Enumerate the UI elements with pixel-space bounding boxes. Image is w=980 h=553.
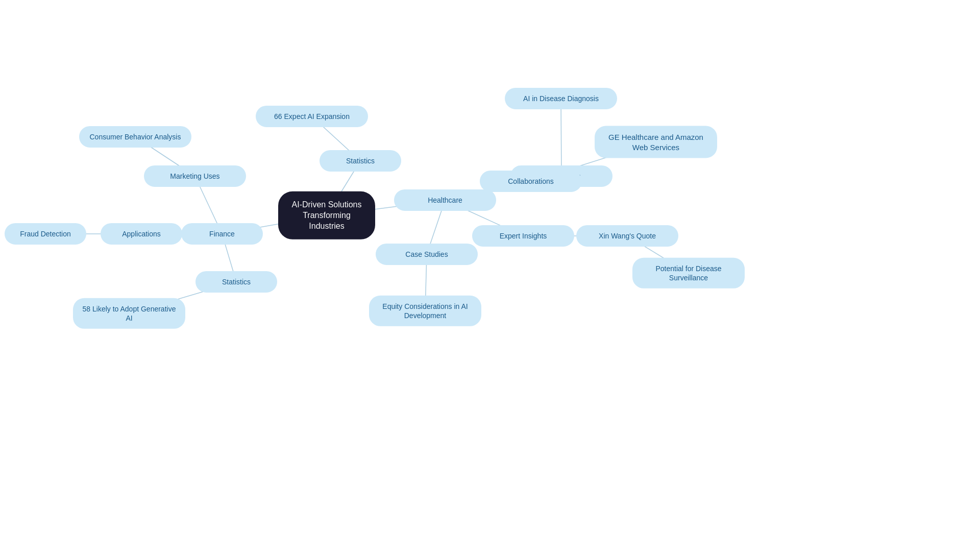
connection-lines — [0, 0, 980, 553]
node-disease-surveillance[interactable]: Potential for Disease Surveillance — [632, 258, 745, 288]
node-center[interactable]: AI-Driven Solutions Transforming Industr… — [278, 191, 375, 239]
node-marketing-uses[interactable]: Marketing Uses — [144, 165, 246, 187]
svg-line-11 — [561, 99, 561, 176]
node-ai-disease[interactable]: AI in Disease Diagnosis — [505, 88, 617, 109]
node-likely-adopt[interactable]: 58 Likely to Adopt Generative AI — [73, 298, 185, 329]
mindmap-canvas: AI-Driven Solutions Transforming Industr… — [0, 0, 980, 553]
node-healthcare[interactable]: Healthcare — [394, 189, 496, 211]
node-statistics-finance[interactable]: Statistics — [195, 271, 277, 293]
node-ge-healthcare[interactable]: GE Healthcare and Amazon Web Services — [595, 126, 717, 158]
node-expect-expansion[interactable]: 66 Expect AI Expansion — [256, 106, 368, 127]
node-xin-wang[interactable]: Xin Wang's Quote — [576, 225, 678, 247]
node-finance[interactable]: Finance — [181, 223, 263, 245]
node-fraud-detection[interactable]: Fraud Detection — [5, 223, 86, 245]
node-collaborations[interactable]: Collaborations — [480, 171, 582, 192]
node-statistics-main[interactable]: Statistics — [320, 150, 401, 172]
node-case-studies[interactable]: Case Studies — [376, 244, 478, 265]
node-consumer-behavior[interactable]: Consumer Behavior Analysis — [79, 126, 191, 148]
node-expert-insights[interactable]: Expert Insights — [472, 225, 574, 247]
node-equity[interactable]: Equity Considerations in AI Development — [369, 296, 481, 326]
node-applications-finance[interactable]: Applications — [101, 223, 182, 245]
